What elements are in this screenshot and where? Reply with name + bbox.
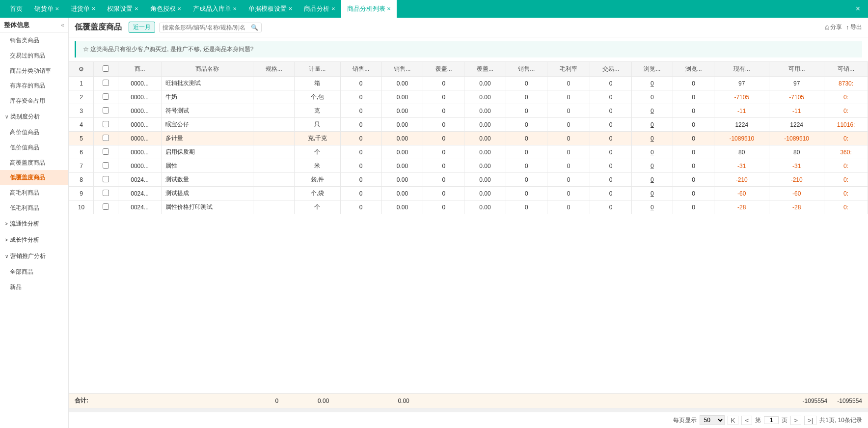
export-button[interactable]: ↑ 导出	[846, 23, 862, 31]
page-number-input[interactable]	[764, 416, 779, 424]
sidebar-item-traded-goods[interactable]: 交易过的商品	[0, 48, 68, 63]
cell-checkbox[interactable]	[94, 90, 118, 104]
col-code[interactable]: 商...	[118, 62, 162, 77]
prev-page-button[interactable]: <	[741, 416, 752, 425]
col-coverage2[interactable]: 覆盖...	[464, 62, 506, 77]
col-current-stock[interactable]: 现有...	[714, 62, 769, 77]
sidebar-item-stock-funds[interactable]: 库存资金占用	[0, 93, 68, 109]
sidebar-section-category[interactable]: ∨ 类别度分析	[0, 109, 68, 125]
first-page-button[interactable]: K	[728, 416, 739, 425]
col-sales-amount[interactable]: 销售...	[381, 62, 423, 77]
nav-close-button[interactable]: ×	[852, 4, 864, 13]
coverage-total: 0.00	[398, 398, 409, 404]
row-checkbox[interactable]	[103, 176, 109, 182]
row-checkbox[interactable]	[103, 121, 109, 127]
sidebar-item-high-margin[interactable]: 高毛利商品	[0, 185, 68, 200]
total-info: 共1页, 10条记录	[819, 416, 862, 425]
sidebar-item-low-margin[interactable]: 低毛利商品	[0, 200, 68, 216]
col-checkbox[interactable]	[94, 62, 118, 77]
sidebar-item-category-rate[interactable]: 商品分类动销率	[0, 63, 68, 79]
sidebar-item-sales-goods[interactable]: 销售类商品	[0, 33, 68, 48]
sidebar-section-marketing[interactable]: ∨ 营销推广分析	[0, 248, 68, 264]
cell-browse1[interactable]: 0	[631, 132, 673, 145]
sidebar-item-low-value[interactable]: 低价值商品	[0, 140, 68, 155]
nav-permissions[interactable]: 权限设置 ×	[101, 0, 144, 18]
col-browse2[interactable]: 浏览...	[673, 62, 714, 77]
cell-browse1[interactable]: 0	[631, 118, 673, 132]
cell-checkbox[interactable]	[94, 159, 118, 173]
sidebar-collapse-icon: «	[61, 22, 64, 29]
row-checkbox[interactable]	[103, 93, 109, 100]
sidebar-section-flow[interactable]: > 流通性分析	[0, 216, 68, 232]
cell-browse1[interactable]: 0	[631, 159, 673, 173]
nav-sales-order[interactable]: 销货单 ×	[28, 0, 65, 18]
sidebar-item-new-goods[interactable]: 新品	[0, 280, 68, 295]
col-browse1[interactable]: 浏览...	[631, 62, 673, 77]
search-input[interactable]	[163, 24, 251, 31]
nav-home[interactable]: 首页	[4, 0, 28, 18]
cell-checkbox[interactable]	[94, 118, 118, 132]
col-settings[interactable]: ⚙	[69, 62, 94, 77]
col-gross-margin[interactable]: 毛利率	[547, 62, 590, 77]
cell-browse1[interactable]: 0	[631, 145, 673, 159]
row-checkbox[interactable]	[103, 135, 109, 141]
row-checkbox[interactable]	[103, 203, 109, 210]
share-label: 分享	[830, 23, 842, 31]
cell-checkbox[interactable]	[94, 200, 118, 214]
sidebar-item-all-goods[interactable]: 全部商品	[0, 264, 68, 280]
row-checkbox[interactable]	[103, 190, 109, 196]
cell-checkbox[interactable]	[94, 145, 118, 159]
cell-checkbox[interactable]	[94, 173, 118, 187]
search-box: 🔍	[159, 23, 262, 32]
next-page-button[interactable]: >	[790, 416, 801, 425]
cell-browse1[interactable]: 0	[631, 90, 673, 104]
cell-browse1[interactable]: 0	[631, 77, 673, 90]
table-container[interactable]: ⚙ 商... 商品名称 规格... 计量... 销售... 销售... 覆盖..…	[69, 61, 868, 393]
nav-purchase-order[interactable]: 进货单 ×	[65, 0, 101, 18]
col-name[interactable]: 商品名称	[162, 62, 253, 77]
col-coverage1[interactable]: 覆盖...	[423, 62, 464, 77]
col-sales3[interactable]: 销售...	[506, 62, 547, 77]
nav-template-settings[interactable]: 单据模板设置 ×	[243, 0, 298, 18]
search-icon[interactable]: 🔍	[251, 24, 258, 31]
col-unit[interactable]: 计量...	[295, 62, 340, 77]
sidebar-section-growth[interactable]: > 成长性分析	[0, 232, 68, 248]
sidebar-collapse[interactable]: 整体信息 «	[0, 18, 68, 33]
cell-index: 7	[69, 159, 94, 173]
cell-browse1[interactable]: 0	[631, 173, 673, 187]
last-page-button[interactable]: >|	[804, 416, 816, 425]
sidebar-item-high-value[interactable]: 高价值商品	[0, 125, 68, 140]
cell-coverage1: 0	[423, 200, 464, 214]
cell-checkbox[interactable]	[94, 132, 118, 145]
period-button[interactable]: 近一月	[129, 22, 155, 33]
col-sales-count[interactable]: 销售...	[340, 62, 381, 77]
cell-checkbox[interactable]	[94, 77, 118, 90]
nav-product-analysis[interactable]: 商品分析 ×	[298, 0, 341, 18]
row-checkbox[interactable]	[103, 148, 109, 155]
cell-browse1[interactable]: 0	[631, 104, 673, 118]
row-checkbox[interactable]	[103, 80, 109, 86]
col-sellable[interactable]: 可销...	[824, 62, 868, 77]
horizontal-scrollbar[interactable]	[69, 408, 868, 412]
col-transaction[interactable]: 交易...	[590, 62, 631, 77]
cell-checkbox[interactable]	[94, 187, 118, 200]
cell-browse1[interactable]: 0	[631, 187, 673, 200]
cell-browse1[interactable]: 0	[631, 200, 673, 214]
share-button[interactable]: ⎙ 分享	[825, 23, 842, 31]
row-checkbox[interactable]	[103, 107, 109, 114]
sidebar-item-low-coverage[interactable]: 低覆盖度商品	[0, 170, 68, 185]
sidebar-item-stocked-goods[interactable]: 有库存的商品	[0, 78, 68, 93]
nav-product-analysis-list[interactable]: 商品分析列表 ×	[341, 0, 397, 18]
select-all-checkbox[interactable]	[103, 65, 109, 72]
row-checkbox[interactable]	[103, 162, 109, 169]
cell-current-stock: -7105	[714, 90, 769, 104]
nav-product-warehouse[interactable]: 产成品入库单 ×	[187, 0, 243, 18]
col-available-stock[interactable]: 可用...	[769, 62, 824, 77]
cell-coverage1: 0	[423, 77, 464, 90]
nav-role-auth[interactable]: 角色授权 ×	[144, 0, 187, 18]
col-spec[interactable]: 规格...	[253, 62, 295, 77]
per-page-select[interactable]: 50 20 100	[700, 415, 725, 425]
sidebar-item-high-coverage[interactable]: 高覆盖度商品	[0, 155, 68, 171]
cell-checkbox[interactable]	[94, 104, 118, 118]
cell-code: 0000...	[118, 90, 162, 104]
